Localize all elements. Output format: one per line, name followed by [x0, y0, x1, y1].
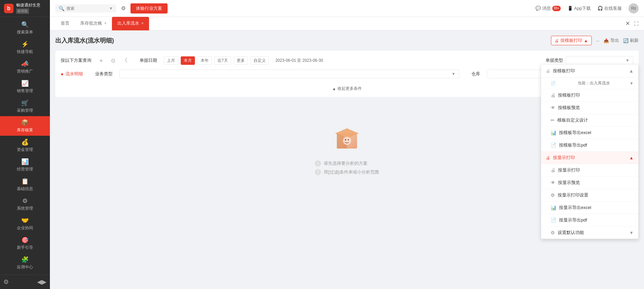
svg-point-1 [343, 137, 351, 145]
step-2-text: 用[过滤]条件来缩小分析范围 [324, 169, 379, 175]
set-default-arrow-icon: ▼ [629, 230, 634, 235]
dropdown-set-default[interactable]: ⚙ 设置默认功能 ▼ [541, 227, 638, 239]
filter-tag-icon: ● [61, 71, 63, 77]
date-range-display: 2023-06-01 至 2023-06-30 [275, 58, 323, 63]
tab-inventory-batch[interactable]: 库存批次账 × [75, 17, 112, 30]
sidebar-item-label: 新手引导 [17, 245, 33, 251]
dropdown-display-pdf[interactable]: 📄 按显示导出pdf [541, 214, 638, 227]
search-topbar-icon: 🔍 [59, 6, 64, 11]
topbar-search-box[interactable]: 🔍 ▼ [55, 4, 116, 12]
step-number-1: 1 [315, 160, 321, 166]
dropdown-header[interactable]: 🖨 按模板打印 ▲ [541, 64, 638, 78]
display-section-icon: 🖨 [546, 155, 550, 160]
display-section-arrow-icon: ▲ [629, 155, 634, 160]
sidebar-item-finance[interactable]: 💰 资金管理 [0, 136, 50, 155]
sidebar-item-search[interactable]: 🔍 搜索菜单 [0, 18, 50, 38]
tab-flow[interactable]: 出入库流水 × [112, 17, 149, 30]
sidebar-item-quick-nav[interactable]: ⚡ 快捷导航 [0, 38, 50, 57]
sidebar-item-label: 销售管理 [17, 88, 33, 94]
topbar-gear-icon[interactable]: ⚙ [121, 5, 126, 11]
filter-collapse-icon[interactable]: 《 [122, 57, 127, 64]
more-options-button[interactable]: ··· [596, 38, 599, 43]
filter-row-1: 按以下方案查询 ＋ ⊙ 《 单据日期 上月 本月 本年 近7天 更多 自定义 2… [61, 56, 633, 65]
export-icon: 📤 [604, 38, 609, 43]
step-number-2: 2 [315, 169, 321, 175]
industry-solution-button[interactable]: 体验行业方案 [130, 3, 168, 14]
filter-settings-button[interactable]: ⊙ [111, 57, 115, 64]
business-type-arrow: ▼ [451, 72, 456, 76]
app-center-icon: 🧩 [21, 256, 29, 263]
topbar-right: 💬 消息 99+ 📱 App下载 🎧 在线客服 Rit [535, 3, 639, 14]
system-icon: ⚙ [22, 197, 28, 205]
maximize-icon[interactable]: ⛶ [634, 21, 639, 26]
sidebar-item-enterprise[interactable]: 🤝 企业协同 [0, 214, 50, 234]
user-name: Rit [631, 6, 636, 11]
sidebar-item-guide[interactable]: 🎯 新手引导 [0, 234, 50, 253]
dropdown-display-preview[interactable]: 👁 按显示预览 [541, 177, 638, 189]
user-avatar[interactable]: Rit [628, 3, 639, 14]
dropdown-display-excel[interactable]: 📊 按显示导出excel [541, 202, 638, 214]
date-more-button[interactable]: 更多 [234, 56, 248, 65]
dropdown-template-print[interactable]: 🖨 按模板打印 [541, 89, 638, 102]
dropdown-print-icon: 🖨 [546, 69, 550, 74]
sidebar-item-app-center[interactable]: 🧩 应用中心 [0, 253, 50, 273]
dropdown-template-custom[interactable]: ✏ 模板自定义设计 [541, 114, 638, 127]
sidebar-bottom: ⚙ ◀▶ [0, 274, 50, 289]
dropdown-display-print[interactable]: 🖨 按显示打印 [541, 164, 638, 177]
messages-button[interactable]: 💬 消息 99+ [535, 5, 561, 11]
dropdown-title-group: 🖨 按模板打印 [546, 68, 575, 74]
voucher-type-label: 单据类型 [546, 57, 563, 63]
business-type-select[interactable]: ▼ [119, 70, 459, 78]
display-preview-icon: 👁 [551, 180, 555, 185]
voucher-type-select[interactable]: ▼ [566, 56, 633, 65]
tab-inventory-batch-label: 库存批次账 [80, 20, 102, 26]
sidebar-item-label: 基础信息 [17, 186, 33, 192]
logo-icon: b [4, 4, 13, 13]
brand-name: 畅捷通好生意 [16, 3, 40, 8]
dropdown-template-preview[interactable]: 👁 按模板预览 [541, 102, 638, 114]
dropdown-display-print-settings[interactable]: ⚙ 按显示打印设置 [541, 189, 638, 202]
operation-icon: 📊 [21, 158, 29, 165]
tab-home[interactable]: 首页 [55, 17, 75, 30]
export-button[interactable]: 📤 导出 [604, 37, 619, 44]
sidebar-item-sales[interactable]: 📈 销售管理 [0, 77, 50, 97]
date-7days-button[interactable]: 近7天 [214, 56, 231, 65]
dropdown-template-pdf[interactable]: 📄 按模板导出pdf [541, 139, 638, 152]
close-page-icon[interactable]: ✕ [625, 20, 630, 27]
dropdown-arrow-icon: ▼ [109, 6, 113, 11]
collapse-sidebar-icon[interactable]: ◀▶ [37, 278, 47, 286]
template-print-button[interactable]: 🖨 按模板打印 ▲ [551, 36, 592, 45]
sidebar-item-operation[interactable]: 📊 经营管理 [0, 155, 50, 175]
display-print-section-header[interactable]: 🖨 按显示打印 ▲ [541, 152, 638, 164]
app-download-button[interactable]: 📱 App下载 [567, 5, 591, 11]
sidebar-item-purchase[interactable]: 🛒 采购管理 [0, 97, 50, 116]
date-current-month-button[interactable]: 本月 [181, 56, 195, 65]
date-current-year-button[interactable]: 本年 [198, 56, 212, 65]
sidebar-item-inventory[interactable]: 📦 库存核算 [0, 116, 50, 136]
sidebar: b 畅捷通好生意 标准版 🔍 搜索菜单 ⚡ 快捷导航 📣 营销推广 📈 销售管理… [0, 0, 50, 289]
date-last-month-button[interactable]: 上月 [164, 56, 178, 65]
warehouse-label: 仓库 [471, 71, 480, 77]
phone-icon: 📱 [567, 6, 573, 11]
sidebar-item-marketing[interactable]: 📣 营销推广 [0, 57, 50, 77]
messages-label: 消息 [542, 5, 551, 11]
refresh-button[interactable]: 🔄 刷新 [623, 37, 639, 44]
sidebar-item-system[interactable]: ⚙ 系统管理 [0, 194, 50, 214]
message-icon: 💬 [535, 6, 541, 11]
tab-inventory-batch-close[interactable]: × [104, 21, 107, 26]
display-preview-item-label: 按显示预览 [558, 180, 580, 186]
add-filter-button[interactable]: ＋ [98, 57, 104, 63]
sidebar-item-label: 采购管理 [17, 108, 33, 113]
online-service-button[interactable]: 🎧 在线客服 [597, 5, 622, 11]
display-print-settings-icon: ⚙ [551, 192, 555, 198]
settings-bottom-icon[interactable]: ⚙ [3, 278, 9, 286]
tab-flow-close[interactable]: × [141, 21, 144, 26]
template-custom-icon: ✏ [551, 117, 555, 123]
sidebar-item-basic[interactable]: 📋 基础信息 [0, 175, 50, 194]
search-input[interactable] [66, 6, 107, 11]
dropdown-template-excel[interactable]: 📊 按模板导出excel [541, 127, 638, 139]
sidebar-item-label: 营销推广 [17, 69, 33, 74]
date-custom-button[interactable]: 自定义 [251, 56, 269, 65]
finance-icon: 💰 [21, 138, 29, 146]
collapse-more-button[interactable]: ▲ 收起更多条件 [332, 86, 362, 91]
